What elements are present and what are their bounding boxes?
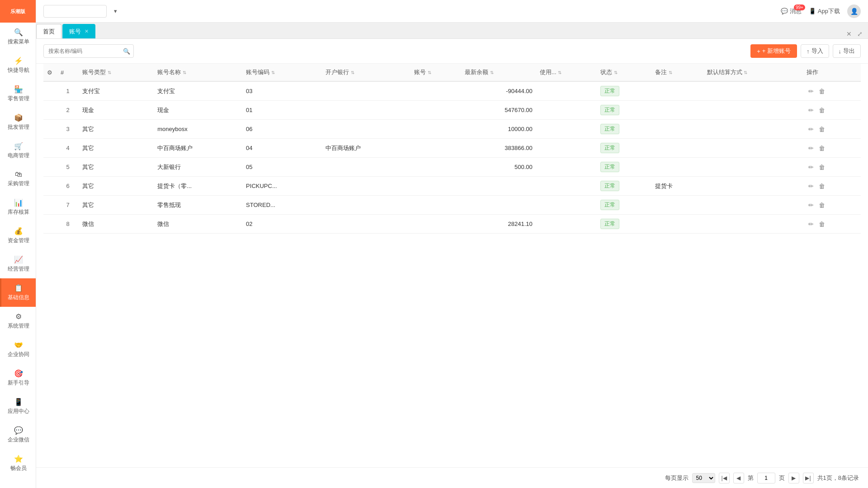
tab-expand-button[interactable]: ⤢ [855, 29, 864, 38]
row-no: 2 [57, 101, 79, 120]
user-avatar[interactable]: 👤 [847, 5, 861, 18]
row-balance: 28241.10 [461, 215, 536, 234]
sidebar-item-guide[interactable]: 🎯 新手引导 [0, 364, 36, 392]
sidebar-item-search-menu[interactable]: 🔍 搜索菜单 [0, 23, 36, 51]
row-settlement [703, 81, 803, 101]
retail-icon: 🏪 [14, 85, 23, 94]
row-name: 提货卡（零... [154, 177, 242, 196]
sidebar-item-purchase[interactable]: 🛍 采购管理 [0, 165, 36, 193]
row-name: 支付宝 [154, 81, 242, 101]
guide-icon: 🎯 [14, 369, 23, 378]
col-account-sort-icon[interactable]: ⇅ [428, 70, 431, 75]
delete-button[interactable]: 🗑 [817, 220, 827, 229]
row-remark [651, 139, 703, 158]
finance-icon: 💰 [14, 227, 23, 235]
sidebar-item-enterprise[interactable]: 🤝 企业协同 [0, 335, 36, 364]
edit-button[interactable]: ✏ [807, 87, 816, 96]
tab-close-icon[interactable]: ✕ [85, 28, 89, 34]
row-name: 现金 [154, 101, 242, 120]
dropdown-chevron-icon: ▾ [114, 8, 117, 14]
sidebar-item-shortcut[interactable]: ⚡ 快捷导航 [0, 51, 36, 80]
column-settings-icon[interactable]: ⚙ [47, 69, 52, 76]
col-status-sort-icon[interactable]: ⇅ [614, 70, 618, 75]
col-type-sort-icon[interactable]: ⇅ [108, 70, 111, 75]
sidebar-item-wechat[interactable]: 💬 企业微信 [0, 421, 36, 449]
row-status: 正常 [597, 139, 651, 158]
tab-account[interactable]: 账号 ✕ [62, 24, 95, 38]
row-name: 大新银行 [154, 158, 242, 177]
delete-button[interactable]: 🗑 [817, 125, 827, 134]
sidebar-item-wholesale[interactable]: 📦 批发管理 [0, 108, 36, 136]
edit-button[interactable]: ✏ [807, 220, 816, 229]
import-button[interactable]: ↑ 导入 [801, 44, 829, 58]
col-remark-sort-icon[interactable]: ⇅ [669, 70, 672, 75]
top-search-input[interactable] [43, 5, 107, 18]
search-input[interactable] [43, 44, 134, 58]
row-type: 支付宝 [79, 81, 154, 101]
last-page-button[interactable]: ▶| [803, 473, 814, 483]
export-button[interactable]: ↓ 导出 [833, 44, 861, 58]
page-size-select[interactable]: 50 100 [692, 473, 715, 483]
edit-button[interactable]: ✏ [807, 163, 816, 172]
download-icon: 📱 [809, 8, 816, 14]
tab-home[interactable]: 首页 [36, 24, 61, 38]
row-gear [43, 177, 57, 196]
col-settlement-sort-icon[interactable]: ⇅ [744, 70, 747, 75]
col-usage-sort-icon[interactable]: ⇅ [558, 70, 561, 75]
download-button[interactable]: 📱 App下载 [809, 7, 840, 15]
row-bank [322, 158, 410, 177]
col-balance-sort-icon[interactable]: ⇅ [490, 70, 494, 75]
import-label: 导入 [811, 47, 823, 55]
delete-button[interactable]: 🗑 [817, 106, 827, 115]
basic-info-icon: 📋 [14, 284, 23, 292]
delete-button[interactable]: 🗑 [817, 144, 827, 153]
page-number-input[interactable] [757, 473, 775, 483]
col-code-sort-icon[interactable]: ⇅ [271, 70, 275, 75]
edit-button[interactable]: ✏ [807, 144, 816, 153]
sidebar-item-ecommerce[interactable]: 🛒 电商管理 [0, 136, 36, 165]
sidebar-item-finance[interactable]: 💰 资金管理 [0, 221, 36, 250]
main-area: ▾ 💬 消息 99+ 📱 App下载 👤 首页 账号 ✕ [36, 0, 868, 488]
first-page-button[interactable]: |◀ [719, 473, 730, 483]
delete-button[interactable]: 🗑 [817, 182, 827, 191]
sidebar-item-member[interactable]: ⭐ 畅会员 [0, 449, 36, 478]
edit-button[interactable]: ✏ [807, 106, 816, 115]
prev-page-button[interactable]: ◀ [733, 473, 744, 483]
row-settlement [703, 139, 803, 158]
accounts-table: ⚙ # 账号类型 ⇅ 账号名称 ⇅ 账号编码 ⇅ [43, 64, 861, 234]
sidebar-item-basic-info[interactable]: 📋 基础信息 [0, 278, 36, 307]
next-page-button[interactable]: ▶ [788, 473, 799, 483]
row-code: 05 [242, 158, 322, 177]
add-account-button[interactable]: + + 新增账号 [750, 44, 797, 58]
delete-button[interactable]: 🗑 [817, 201, 827, 210]
edit-button[interactable]: ✏ [807, 125, 816, 134]
sidebar-item-label: 新手引导 [8, 379, 29, 387]
sidebar-item-system[interactable]: ⚙ 系统管理 [0, 307, 36, 335]
sidebar-item-retail[interactable]: 🏪 零售管理 [0, 80, 36, 108]
delete-button[interactable]: 🗑 [817, 87, 827, 96]
sidebar-item-operations[interactable]: 📈 经营管理 [0, 250, 36, 278]
row-remark [651, 101, 703, 120]
col-bank-sort-icon[interactable]: ⇅ [351, 70, 354, 75]
search-icon[interactable]: 🔍 [123, 48, 130, 55]
sidebar-item-label: 快捷导航 [8, 66, 29, 74]
row-balance: 383866.00 [461, 139, 536, 158]
search-menu-icon: 🔍 [14, 28, 23, 37]
table-row: 8 微信 微信 02 28241.10 正常 ✏ 🗑 [43, 215, 861, 234]
col-account: 账号 ⇅ [410, 64, 461, 81]
delete-button[interactable]: 🗑 [817, 163, 827, 172]
search-wrap: 🔍 [43, 44, 134, 58]
row-type: 其它 [79, 120, 154, 139]
row-action: ✏ 🗑 [803, 81, 861, 101]
sidebar-item-inventory[interactable]: 📊 库存核算 [0, 193, 36, 221]
row-bank [322, 215, 410, 234]
message-button[interactable]: 💬 消息 99+ [781, 7, 802, 15]
tab-close-button[interactable]: ✕ [844, 29, 854, 38]
edit-button[interactable]: ✏ [807, 201, 816, 210]
col-code-label: 账号编码 [246, 69, 269, 75]
edit-button[interactable]: ✏ [807, 182, 816, 191]
header-dropdown[interactable]: ▾ [114, 8, 117, 14]
sidebar-item-app-center[interactable]: 📱 应用中心 [0, 392, 36, 421]
col-name-sort-icon[interactable]: ⇅ [183, 70, 186, 75]
row-gear [43, 139, 57, 158]
